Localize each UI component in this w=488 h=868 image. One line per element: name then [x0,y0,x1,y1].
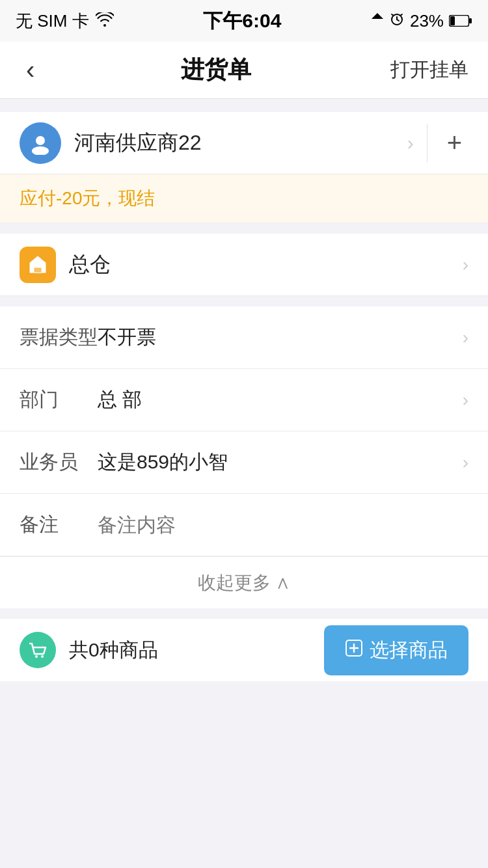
department-chevron-icon: › [463,390,468,411]
remark-label: 备注 [20,511,98,538]
carrier-text: 无 SIM 卡 [16,10,89,33]
supplier-chevron-icon: › [407,132,414,154]
battery-text: 23% [410,11,444,31]
cart-icon-wrap [20,632,56,668]
department-row[interactable]: 部门 总 部 › [0,369,488,431]
supplier-section: 河南供应商22 › + 应付-20元，现结 [0,112,488,223]
section-gap-1 [0,99,488,112]
invoice-type-label: 票据类型 [20,324,98,351]
department-value: 总 部 [98,387,463,413]
goods-count-text: 共0种商品 [69,637,324,664]
collapse-button[interactable]: 收起更多 ∧ [0,556,488,608]
warehouse-name: 总仓 [69,251,463,279]
svg-point-7 [35,655,38,658]
remark-input[interactable] [98,514,468,536]
status-right: 23% [371,11,472,31]
salesperson-row[interactable]: 业务员 这是859的小智 › [0,431,488,494]
nav-bar: ‹ 进货单 打开挂单 [0,42,488,99]
section-gap-3 [0,296,488,306]
salesperson-value: 这是859的小智 [98,449,463,476]
wifi-icon [96,11,114,31]
supplier-row[interactable]: 河南供应商22 › + [0,112,488,174]
supplier-divider [427,124,427,163]
add-supplier-button[interactable]: + [441,122,468,164]
supplier-avatar [20,122,61,164]
warehouse-chevron-icon: › [463,254,468,275]
status-time: 下午6:04 [203,8,281,34]
select-goods-icon [345,639,363,662]
bottom-bar: 共0种商品 选择商品 [0,619,488,681]
supplier-name: 河南供应商22 [74,129,407,157]
alarm-icon [389,11,405,31]
svg-point-4 [36,136,45,145]
select-goods-label: 选择商品 [370,637,448,664]
svg-rect-3 [450,16,455,25]
location-icon [371,11,384,31]
battery-icon [449,11,472,31]
collapse-label: 收起更多 ∧ [198,571,291,595]
section-gap-2 [0,223,488,234]
svg-point-5 [32,146,49,155]
back-button[interactable]: ‹ [20,49,41,91]
invoice-type-row[interactable]: 票据类型 不开票 › [0,306,488,369]
notice-banner: 应付-20元，现结 [0,174,488,223]
salesperson-chevron-icon: › [463,452,468,473]
select-goods-button[interactable]: 选择商品 [324,625,468,675]
warehouse-icon-wrap [20,247,56,283]
department-label: 部门 [20,387,98,413]
remark-row[interactable]: 备注 [0,494,488,556]
warehouse-row[interactable]: 总仓 › [0,234,488,296]
svg-rect-2 [469,18,472,23]
form-section: 票据类型 不开票 › 部门 总 部 › 业务员 这是859的小智 › 备注 收起… [0,306,488,608]
invoice-type-chevron-icon: › [463,327,468,348]
status-left: 无 SIM 卡 [16,10,114,33]
svg-point-8 [41,655,44,658]
invoice-type-value: 不开票 [98,324,463,351]
page-title: 进货单 [181,54,251,86]
status-bar: 无 SIM 卡 下午6:04 23% [0,0,488,42]
open-pending-button[interactable]: 打开挂单 [390,57,468,83]
salesperson-label: 业务员 [20,449,98,476]
